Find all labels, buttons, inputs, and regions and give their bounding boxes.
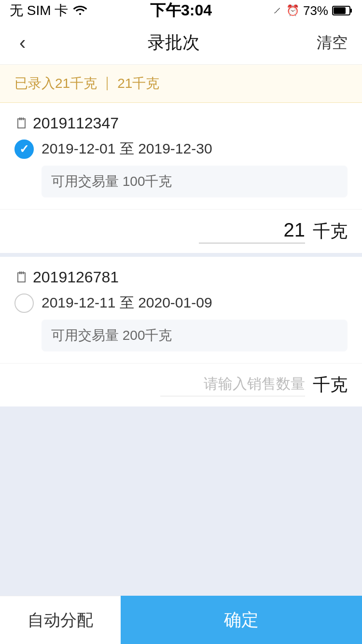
amount-wrapper-1: 21 — [199, 219, 305, 243]
batch-available-2: 可用交易量 200千克 — [42, 320, 348, 351]
summary-banner: 已录入21千克 21千克 — [0, 65, 362, 103]
batch-id-row-2: 🗒 2019126781 — [14, 268, 348, 286]
battery-text: 73% — [303, 3, 328, 18]
batch-date-1: 2019-12-01 至 2019-12-30 — [42, 139, 212, 159]
svg-rect-2 — [334, 7, 346, 14]
amount-value-1[interactable]: 21 — [284, 219, 306, 241]
batch-id-1: 2019112347 — [33, 114, 119, 132]
batch-date-row-2[interactable]: 2019-12-11 至 2020-01-09 — [14, 293, 348, 313]
nav-bar: ‹ 录批次 清空 — [0, 21, 362, 65]
recorded-label: 已录入21千克 — [14, 74, 97, 93]
battery-icon — [332, 5, 352, 16]
auto-distribute-button[interactable]: 自动分配 — [0, 596, 121, 644]
input-line-2 — [160, 396, 305, 396]
batch-doc-icon-1: 🗒 — [14, 115, 29, 132]
svg-rect-1 — [350, 9, 352, 13]
batch-id-2: 2019126781 — [33, 268, 119, 286]
status-left: 无 SIM 卡 — [10, 1, 87, 20]
input-row-2: 请输入销售数量 千克 — [0, 364, 362, 410]
back-button[interactable]: ‹ — [14, 27, 30, 58]
amount-row-1: 21 千克 — [0, 210, 362, 257]
radio-btn-1[interactable] — [14, 140, 34, 159]
batch-card-2: 🗒 2019126781 2019-12-11 至 2020-01-09 可用交… — [0, 257, 362, 364]
summary-divider — [107, 77, 108, 90]
status-bar: 无 SIM 卡 下午3:04 ⟋ ⏰ 73% — [0, 0, 362, 21]
input-wrapper-2: 请输入销售数量 — [160, 374, 305, 396]
clear-button[interactable]: 清空 — [317, 32, 348, 54]
batch-available-1: 可用交易量 100千克 — [42, 166, 348, 197]
wifi-icon — [73, 3, 87, 18]
batch-doc-icon-2: 🗒 — [14, 269, 29, 286]
alarm-icon: ⏰ — [286, 4, 299, 17]
batch-card-1: 🗒 2019112347 2019-12-01 至 2019-12-30 可用交… — [0, 103, 362, 210]
status-right: ⟋ ⏰ 73% — [272, 3, 352, 18]
status-time: 下午3:04 — [150, 0, 212, 21]
input-placeholder-2[interactable]: 请输入销售数量 — [204, 374, 305, 394]
batch-date-2: 2019-12-11 至 2020-01-09 — [42, 293, 212, 313]
batch-date-row-1[interactable]: 2019-12-01 至 2019-12-30 — [14, 139, 348, 159]
page-title: 录批次 — [148, 31, 200, 55]
amount-line-1 — [199, 243, 305, 243]
confirm-button[interactable]: 确定 — [121, 596, 362, 644]
radio-btn-2[interactable] — [14, 294, 34, 313]
location-icon: ⟋ — [272, 4, 282, 17]
batch-id-row-1: 🗒 2019112347 — [14, 114, 348, 132]
amount-unit-1: 千克 — [313, 220, 348, 243]
input-unit-2: 千克 — [313, 373, 348, 397]
carrier-text: 无 SIM 卡 — [10, 1, 68, 20]
bottom-bar: 自动分配 确定 — [0, 596, 362, 644]
summary-amount: 21千克 — [117, 74, 159, 93]
empty-area — [0, 410, 362, 618]
